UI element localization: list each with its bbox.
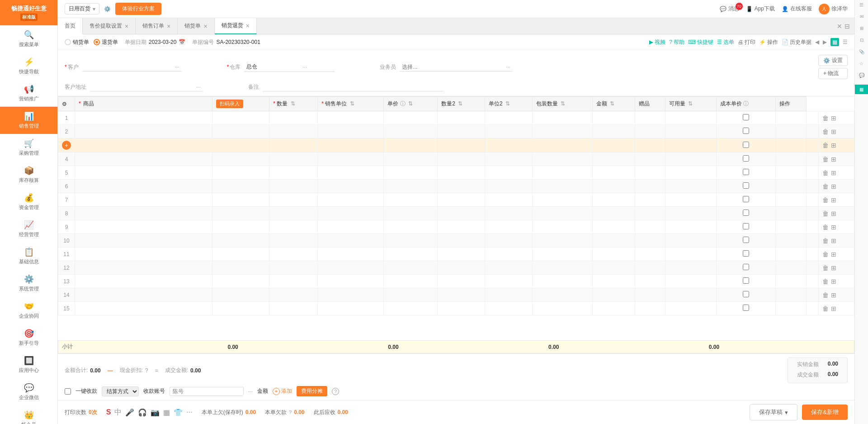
- product-cell[interactable]: [75, 207, 212, 220]
- delete-icon[interactable]: 🗑: [822, 156, 829, 163]
- gift-cell[interactable]: [717, 234, 776, 248]
- copy-icon[interactable]: ⊞: [831, 251, 836, 258]
- user-profile-btn[interactable]: 人 徐泽华: [819, 4, 848, 14]
- copy-icon[interactable]: ⊞: [831, 237, 836, 244]
- save-new-btn[interactable]: 保存&新增: [802, 405, 848, 420]
- delete-icon[interactable]: 🗑: [822, 278, 829, 285]
- tab-close-icon[interactable]: ×: [203, 23, 207, 30]
- sort-icon[interactable]: ⇅: [561, 100, 565, 107]
- gift-cell[interactable]: [717, 111, 776, 125]
- sort-icon[interactable]: ⇅: [688, 100, 693, 107]
- message-btn[interactable]: 💬 70 消息: [720, 5, 739, 13]
- gift-checkbox[interactable]: [743, 264, 749, 270]
- product-cell[interactable]: [75, 138, 212, 152]
- gift-checkbox[interactable]: [743, 155, 749, 162]
- tab-close-icon[interactable]: ×: [125, 23, 128, 30]
- delete-icon[interactable]: 🗑: [822, 291, 829, 299]
- copy-icon[interactable]: ⊞: [831, 183, 836, 190]
- sort-icon[interactable]: ⇅: [291, 100, 295, 107]
- remark-input[interactable]: [265, 84, 441, 90]
- copy-icon[interactable]: ⊞: [831, 169, 836, 176]
- warehouse-picker-icon[interactable]: ···: [302, 64, 307, 70]
- copy-icon[interactable]: ⊞: [831, 196, 836, 204]
- gift-cell[interactable]: [717, 288, 776, 302]
- delete-icon[interactable]: 🗑: [822, 224, 829, 231]
- operate-btn[interactable]: ⚡ 操作: [759, 38, 778, 46]
- dots-label[interactable]: ···: [248, 388, 253, 395]
- account-input[interactable]: [170, 387, 244, 396]
- copy-icon[interactable]: ⊞: [831, 210, 836, 217]
- delete-icon[interactable]: 🗑: [822, 196, 829, 204]
- product-cell[interactable]: [75, 180, 212, 193]
- scan-btn[interactable]: 扫码录入: [216, 100, 243, 108]
- delete-icon[interactable]: 🗑: [822, 128, 829, 135]
- sidebar-item-operations[interactable]: 📈 经营管理: [0, 215, 57, 243]
- delete-icon[interactable]: 🗑: [822, 142, 829, 149]
- right-panel-icon-6[interactable]: ☆: [859, 61, 863, 66]
- payment-method-select[interactable]: 结算方式: [102, 386, 139, 396]
- experience-btn[interactable]: 体验行业方案: [115, 3, 161, 15]
- product-cell[interactable]: [75, 275, 212, 288]
- copy-icon[interactable]: ⊞: [831, 291, 836, 299]
- delete-icon[interactable]: 🗑: [822, 251, 829, 258]
- warehouse-input-wrapper[interactable]: 总仓 ···: [244, 62, 335, 72]
- delete-icon[interactable]: 🗑: [822, 237, 829, 244]
- product-cell[interactable]: [75, 111, 212, 125]
- tab-layout-icon[interactable]: ⊟: [844, 23, 850, 30]
- right-panel-icon-5[interactable]: 📎: [859, 49, 864, 54]
- sidebar-item-finance[interactable]: 💰 资金管理: [0, 188, 57, 215]
- gift-checkbox[interactable]: [743, 250, 749, 257]
- product-cell[interactable]: [75, 248, 212, 261]
- address-input[interactable]: [92, 84, 196, 90]
- sidebar-item-purchase[interactable]: 🛒 采购管理: [0, 134, 57, 161]
- sort-icon[interactable]: ⇅: [505, 100, 510, 107]
- copy-icon[interactable]: ⊞: [831, 264, 836, 272]
- gift-cell[interactable]: [717, 248, 776, 261]
- salesperson-picker-icon[interactable]: ···: [506, 64, 510, 70]
- customer-input[interactable]: [85, 64, 175, 70]
- gift-checkbox[interactable]: [743, 223, 749, 229]
- gift-cell[interactable]: [717, 125, 776, 138]
- tab-sales-order[interactable]: 销售订单 ×: [136, 18, 178, 34]
- right-panel-icon-4[interactable]: ⊡: [860, 38, 863, 43]
- product-cell[interactable]: [75, 166, 212, 180]
- product-cell[interactable]: [75, 288, 212, 302]
- info-icon[interactable]: ⓘ: [400, 100, 406, 107]
- gift-checkbox[interactable]: [743, 277, 749, 284]
- module-selector[interactable]: 日用百货 ▾: [65, 3, 99, 14]
- gift-cell[interactable]: [717, 302, 776, 315]
- sidebar-item-member[interactable]: 👑 畅会员: [0, 405, 57, 424]
- settings-gear-icon[interactable]: ⚙️: [104, 6, 111, 12]
- copy-icon[interactable]: ⊞: [831, 114, 836, 122]
- delete-icon[interactable]: 🗑: [822, 114, 829, 122]
- copy-icon[interactable]: ⊞: [831, 278, 836, 285]
- fee-help-icon[interactable]: ?: [332, 388, 339, 395]
- tab-sales-delivery[interactable]: 销货单 ×: [178, 18, 214, 34]
- right-panel-icon-2[interactable]: ✉: [860, 14, 863, 19]
- sidebar-item-guide[interactable]: 🎯 新手引导: [0, 324, 57, 351]
- sort-icon[interactable]: ⇅: [408, 100, 413, 107]
- history-btn[interactable]: 📄 历史单据: [782, 38, 811, 46]
- gift-cell[interactable]: [717, 220, 776, 234]
- product-cell[interactable]: [75, 193, 212, 207]
- gift-cell[interactable]: [717, 261, 776, 275]
- video-btn[interactable]: ▶ 视频: [649, 38, 665, 46]
- copy-icon[interactable]: ⊞: [831, 128, 836, 135]
- delete-icon[interactable]: 🗑: [822, 210, 829, 217]
- right-panel-icon-7[interactable]: 💬: [859, 73, 864, 78]
- grid-view-icon[interactable]: ▦: [830, 38, 839, 46]
- sidebar-item-basic[interactable]: 📋 基础信息: [0, 243, 57, 270]
- table-container[interactable]: ⚙ 商品 扫码录入 * 数量 ⇅: [58, 96, 854, 340]
- question-icon[interactable]: ?: [289, 410, 292, 415]
- delete-icon[interactable]: 🗑: [822, 305, 829, 312]
- right-panel-icon-3[interactable]: ⊞: [860, 26, 863, 31]
- delete-icon[interactable]: 🗑: [822, 183, 829, 190]
- close-all-tabs-icon[interactable]: ✕: [837, 23, 842, 30]
- radio-return[interactable]: 退货单: [94, 38, 118, 46]
- gift-cell[interactable]: [717, 138, 776, 152]
- column-gear-icon[interactable]: ⚙: [62, 101, 67, 107]
- tab-close-icon[interactable]: ×: [167, 23, 170, 30]
- sidebar-item-marketing[interactable]: 📢 营销推广: [0, 80, 57, 107]
- address-picker-icon[interactable]: ···: [196, 84, 201, 90]
- gift-checkbox[interactable]: [743, 169, 749, 175]
